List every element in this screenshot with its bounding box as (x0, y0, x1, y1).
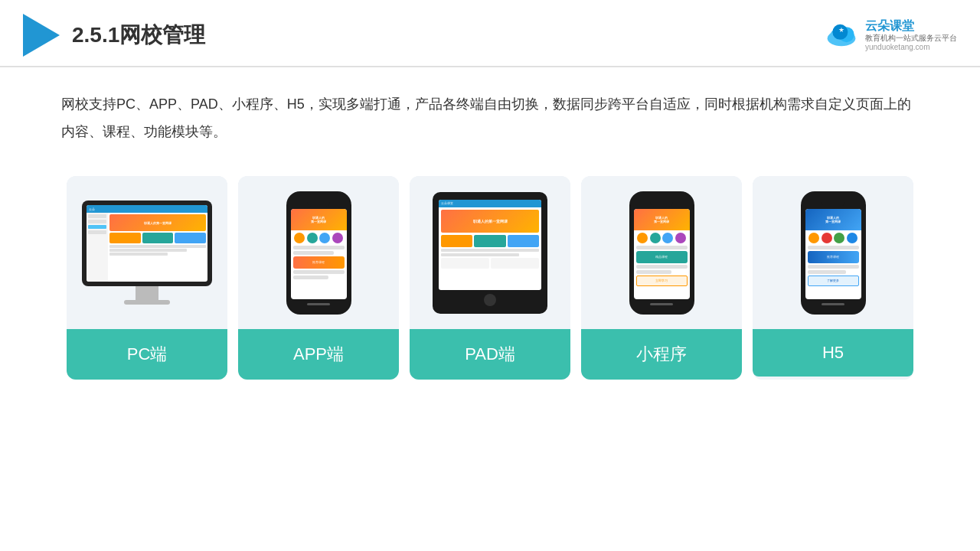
card-miniprogram-image: 职通人的第一堂网课 精品课程 (581, 176, 742, 329)
cloud-icon (822, 21, 861, 49)
brand-text: 云朵课堂 教育机构一站式服务云平台 yunduoketang.com (865, 18, 957, 51)
card-pc-image: 云朵 职通人的第一堂网课 (67, 176, 227, 329)
brand-url: yunduoketang.com (865, 43, 930, 52)
phone-mockup-mini: 职通人的第一堂网课 精品课程 (629, 191, 694, 315)
card-miniprogram-label: 小程序 (581, 329, 742, 380)
phone-mockup-app: 职通人的第一堂网课 推荐课程 (286, 191, 351, 315)
card-pad-image: 云朵课堂 职通人的第一堂网课 (410, 176, 570, 329)
description-paragraph: 网校支持PC、APP、PAD、小程序、H5，实现多端打通，产品各终端自由切换，数… (61, 90, 919, 145)
card-pad-label: PAD端 (410, 329, 570, 380)
logo-triangle-icon (23, 14, 60, 57)
card-h5-label: H5 (753, 329, 913, 377)
card-h5-image: 职通人的第一堂网课 推荐课程 (753, 176, 913, 329)
page-title: 2.5.1网校管理 (72, 21, 205, 50)
header: 2.5.1网校管理 云朵课堂 教育机构一站式服务云平台 yunduoketang… (0, 0, 980, 67)
pc-mockup: 云朵 职通人的第一堂网课 (82, 201, 212, 305)
brand-sub1: 教育机构一站式服务云平台 (865, 34, 957, 43)
card-app-image: 职通人的第一堂网课 推荐课程 (238, 176, 399, 329)
card-pc-label: PC端 (67, 329, 227, 380)
brand-name: 云朵课堂 (865, 18, 914, 33)
card-pad: 云朵课堂 职通人的第一堂网课 (410, 176, 570, 380)
card-app: 职通人的第一堂网课 推荐课程 (238, 176, 399, 380)
phone-mockup-h5: 职通人的第一堂网课 推荐课程 (801, 191, 866, 315)
tablet-mockup: 云朵课堂 职通人的第一堂网课 (433, 192, 547, 314)
card-miniprogram: 职通人的第一堂网课 精品课程 (581, 176, 742, 380)
svg-point-3 (832, 24, 848, 40)
card-app-label: APP端 (238, 329, 399, 380)
cards-container: 云朵 职通人的第一堂网课 (0, 145, 980, 380)
description-text: 网校支持PC、APP、PAD、小程序、H5，实现多端打通，产品各终端自由切换，数… (0, 67, 980, 145)
brand-logo: 云朵课堂 教育机构一站式服务云平台 yunduoketang.com (822, 18, 957, 51)
card-h5: 职通人的第一堂网课 推荐课程 (753, 176, 913, 380)
header-left: 2.5.1网校管理 (23, 14, 205, 57)
card-pc: 云朵 职通人的第一堂网课 (67, 176, 227, 380)
